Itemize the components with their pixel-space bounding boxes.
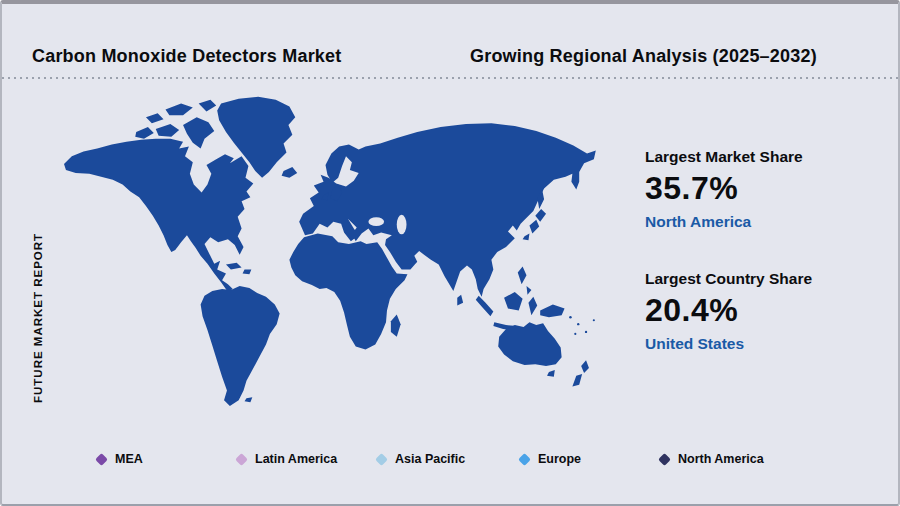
caspian-sea xyxy=(397,215,407,235)
legend-label: Europe xyxy=(538,452,581,466)
page-title: Carbon Monoxide Detectors Market xyxy=(32,46,341,67)
stat-label: Largest Country Share xyxy=(645,270,812,288)
pacific-islet xyxy=(574,333,576,335)
legend-item: Europe xyxy=(520,452,581,466)
legend-diamond-icon xyxy=(375,453,388,466)
stat-region: North America xyxy=(645,213,751,231)
madagascar xyxy=(391,314,401,336)
legend-diamond-icon xyxy=(235,453,248,466)
pacific-islet xyxy=(593,319,595,321)
new-zealand xyxy=(572,360,589,386)
continent-south-america xyxy=(201,286,280,406)
legend-diamond-icon xyxy=(95,453,108,466)
legend-label: North America xyxy=(678,452,764,466)
pacific-islet xyxy=(577,323,579,325)
legend-diamond-icon xyxy=(658,453,671,466)
continent-australia xyxy=(498,322,561,377)
legend-item: Asia Pacific xyxy=(377,452,465,466)
pacific-islet xyxy=(585,331,587,333)
stat-value: 35.7% xyxy=(645,172,738,204)
page-subtitle: Growing Regional Analysis (2025–2032) xyxy=(470,46,817,67)
stat-label: Largest Market Share xyxy=(645,148,803,166)
world-map xyxy=(57,88,635,410)
caribbean-islands xyxy=(226,263,251,275)
black-sea xyxy=(368,217,384,226)
dotted-separator xyxy=(2,77,898,79)
legend-item: MEA xyxy=(97,452,143,466)
legend-item: North America xyxy=(660,452,764,466)
sri-lanka xyxy=(457,295,463,306)
legend-label: Latin America xyxy=(255,452,337,466)
legend-label: Asia Pacific xyxy=(395,452,465,466)
legend-diamond-icon xyxy=(518,453,531,466)
stat-value: 20.4% xyxy=(645,294,738,326)
brand-watermark: FUTURE MARKET REPORT xyxy=(32,232,44,404)
legend-label: MEA xyxy=(115,452,143,466)
pacific-islet xyxy=(569,316,572,319)
continent-north-america xyxy=(64,139,253,292)
legend-item: Latin America xyxy=(237,452,337,466)
stat-region: United States xyxy=(645,335,744,353)
infographic-frame: Carbon Monoxide Detectors Market Growing… xyxy=(0,0,900,506)
